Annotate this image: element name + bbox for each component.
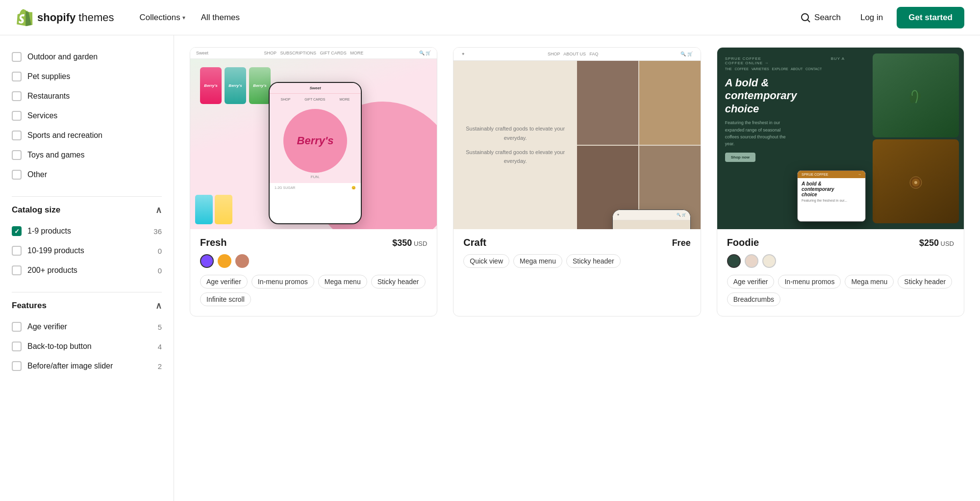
- divider-2: [12, 292, 162, 292]
- filter-item-restaurants[interactable]: Restaurants: [12, 86, 162, 106]
- filter-item-outdoor-garden[interactable]: Outdoor and garden: [12, 47, 162, 67]
- filter-item-back-to-top[interactable]: Back-to-top button 4: [12, 337, 162, 356]
- checkbox-1-9-products[interactable]: [12, 226, 22, 236]
- tag-sticky-header-craft[interactable]: Sticky header: [566, 254, 621, 268]
- color-swatches-fresh: [200, 254, 427, 268]
- page-layout: Outdoor and garden Pet supplies Restaura…: [0, 35, 980, 501]
- swatch-fresh-peach[interactable]: [235, 254, 249, 268]
- nav-collections[interactable]: Collections ▾: [134, 9, 191, 26]
- divider-1: [12, 196, 162, 197]
- checkbox-before-after[interactable]: [12, 361, 22, 371]
- checkbox-restaurants[interactable]: [12, 91, 22, 101]
- login-button[interactable]: Log in: [854, 9, 889, 26]
- filter-label-toys-games: Toys and games: [27, 151, 85, 159]
- theme-info-craft: Craft Free Quick view Mega menu Sticky h…: [453, 229, 700, 278]
- theme-name-foodie: Foodie: [727, 237, 759, 248]
- filter-item-10-199-products[interactable]: 10-199 products 0: [12, 241, 162, 261]
- theme-preview-fresh: Sweet SHOP SUBSCRIPTIONS GIFT CARDS MORE…: [190, 48, 437, 229]
- filter-count-age-verifier: 5: [158, 323, 162, 331]
- checkbox-10-199-products[interactable]: [12, 246, 22, 256]
- filter-label-sports-recreation: Sports and recreation: [27, 131, 102, 140]
- checkbox-toys-games[interactable]: [12, 150, 22, 160]
- swatch-foodie-cream[interactable]: [762, 254, 776, 268]
- theme-preview-craft: ✦ SHOP ABOUT US FAQ 🔍 🛒 Sustainably craf…: [453, 48, 700, 229]
- filter-item-other[interactable]: Other: [12, 165, 162, 185]
- filter-item-toys-games[interactable]: Toys and games: [12, 145, 162, 165]
- tag-mega-menu[interactable]: Mega menu: [318, 275, 367, 289]
- tag-mega-menu-craft[interactable]: Mega menu: [513, 254, 562, 268]
- checkbox-pet-supplies[interactable]: [12, 72, 22, 81]
- theme-tags-fresh: Age verifier In-menu promos Mega menu St…: [200, 275, 427, 306]
- get-started-button[interactable]: Get started: [897, 7, 964, 28]
- catalog-size-title[interactable]: Catalog size ∧: [12, 205, 162, 215]
- chevron-up-icon: ∧: [155, 205, 162, 215]
- features-title[interactable]: Features ∧: [12, 300, 162, 311]
- filter-item-before-after[interactable]: Before/after image slider 2: [12, 356, 162, 376]
- color-swatches-foodie: [727, 254, 954, 268]
- filter-count-before-after: 2: [158, 362, 162, 370]
- theme-card-foodie[interactable]: SPRUE COFFEE BUY A COFFEE ONLINE → THE C…: [717, 47, 964, 316]
- filter-item-1-9-products[interactable]: 1-9 products 36: [12, 221, 162, 241]
- theme-name-row-foodie: Foodie $250 USD: [727, 237, 954, 248]
- checkbox-sports-recreation[interactable]: [12, 131, 22, 140]
- tag-infinite-scroll[interactable]: Infinite scroll: [200, 292, 251, 306]
- filter-label-200plus-products: 200+ products: [27, 266, 77, 275]
- filter-item-200plus-products[interactable]: 200+ products 0: [12, 261, 162, 280]
- theme-price-craft: Free: [672, 238, 691, 248]
- checkbox-back-to-top[interactable]: [12, 342, 22, 351]
- logo[interactable]: shopify themes: [16, 9, 114, 26]
- svg-point-4: [914, 181, 917, 184]
- checkbox-services[interactable]: [12, 111, 22, 121]
- filter-item-pet-supplies[interactable]: Pet supplies: [12, 67, 162, 86]
- tag-mega-menu-foodie[interactable]: Mega menu: [845, 275, 894, 289]
- filter-item-sports-recreation[interactable]: Sports and recreation: [12, 126, 162, 145]
- header: shopify themes Collections ▾ All themes …: [0, 0, 980, 35]
- tag-in-menu-promos-foodie[interactable]: In-menu promos: [778, 275, 841, 289]
- search-icon: [801, 13, 810, 23]
- filter-label-restaurants: Restaurants: [27, 92, 70, 101]
- tag-age-verifier[interactable]: Age verifier: [200, 275, 248, 289]
- svg-line-1: [808, 20, 810, 22]
- filter-label-other: Other: [27, 170, 47, 179]
- themes-grid: Sweet SHOP SUBSCRIPTIONS GIFT CARDS MORE…: [190, 47, 964, 316]
- swatch-fresh-orange[interactable]: [218, 254, 231, 268]
- category-filter-section: Outdoor and garden Pet supplies Restaura…: [12, 47, 162, 185]
- filter-count-200plus-products: 0: [158, 266, 162, 275]
- theme-tags-craft: Quick view Mega menu Sticky header: [463, 254, 690, 268]
- tag-quick-view[interactable]: Quick view: [463, 254, 509, 268]
- filter-label-before-after: Before/after image slider: [27, 362, 113, 370]
- theme-tags-foodie: Age verifier In-menu promos Mega menu St…: [727, 275, 954, 306]
- filter-count-back-to-top: 4: [158, 343, 162, 351]
- theme-card-fresh[interactable]: Sweet SHOP SUBSCRIPTIONS GIFT CARDS MORE…: [190, 47, 437, 316]
- checkbox-other[interactable]: [12, 170, 22, 180]
- filter-item-age-verifier[interactable]: Age verifier 5: [12, 317, 162, 337]
- theme-card-craft[interactable]: ✦ SHOP ABOUT US FAQ 🔍 🛒 Sustainably craf…: [453, 47, 701, 316]
- checkbox-age-verifier[interactable]: [12, 322, 22, 332]
- features-section: Features ∧ Age verifier 5 Back-to-top bu…: [12, 300, 162, 376]
- checkbox-outdoor-garden[interactable]: [12, 52, 22, 62]
- tag-in-menu-promos[interactable]: In-menu promos: [251, 275, 314, 289]
- swatch-fresh-purple[interactable]: [200, 254, 214, 268]
- swatch-foodie-light-pink[interactable]: [745, 254, 758, 268]
- tag-age-verifier-foodie[interactable]: Age verifier: [727, 275, 775, 289]
- filter-item-services[interactable]: Services: [12, 106, 162, 126]
- swatch-foodie-dark-green[interactable]: [727, 254, 741, 268]
- tag-breadcrumbs-foodie[interactable]: Breadcrumbs: [727, 292, 780, 306]
- logo-text: shopify themes: [37, 11, 114, 24]
- tag-sticky-header[interactable]: Sticky header: [371, 275, 426, 289]
- svg-point-0: [802, 14, 808, 21]
- checkbox-200plus-products[interactable]: [12, 265, 22, 275]
- theme-info-fresh: Fresh $350 USD Age verifier In-menu prom…: [190, 229, 437, 316]
- tag-sticky-header-foodie[interactable]: Sticky header: [898, 275, 952, 289]
- theme-price-foodie: $250 USD: [919, 238, 954, 248]
- search-button[interactable]: Search: [795, 9, 847, 26]
- filter-count-10-199-products: 0: [158, 247, 162, 255]
- filter-label-age-verifier: Age verifier: [27, 322, 67, 331]
- catalog-size-section: Catalog size ∧ 1-9 products 36 10-199 pr…: [12, 205, 162, 280]
- filter-label-outdoor-garden: Outdoor and garden: [27, 53, 98, 61]
- nav-all-themes[interactable]: All themes: [195, 9, 246, 26]
- theme-info-foodie: Foodie $250 USD Age verifier In-menu pro…: [717, 229, 964, 316]
- main-content: Sweet SHOP SUBSCRIPTIONS GIFT CARDS MORE…: [174, 35, 980, 501]
- theme-name-craft: Craft: [463, 237, 486, 248]
- filter-label-back-to-top: Back-to-top button: [27, 342, 92, 351]
